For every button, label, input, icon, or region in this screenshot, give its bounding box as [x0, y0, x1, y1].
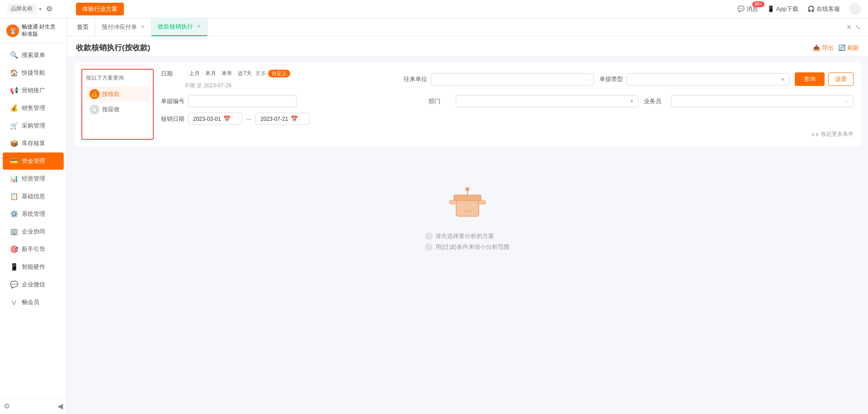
tab-close-prepay-offset[interactable]: ✕	[141, 24, 145, 30]
date-this-month[interactable]: 本月	[203, 69, 218, 78]
query-button[interactable]: 查询	[795, 72, 825, 86]
dept-select[interactable]: ▾	[456, 95, 638, 107]
doc-no-field: 单据编号	[161, 95, 423, 107]
sidebar-label-inventory: 库存核算	[22, 139, 45, 148]
top-bar-brand: 品牌名称	[7, 4, 36, 14]
partner-input[interactable]: ···	[431, 73, 594, 86]
sidebar-icon-quick-nav: 🏠	[10, 69, 18, 77]
sidebar-icon-funds: 💳	[10, 157, 18, 165]
user-avatar[interactable]	[849, 3, 861, 15]
sidebar-item-marketing[interactable]: 📢营销推广	[3, 82, 64, 99]
collapse-button[interactable]: ∧∧ 收起更多条件	[811, 130, 854, 138]
tab-home[interactable]: 首页	[71, 18, 95, 36]
sidebar-item-search-menu[interactable]: 🔍搜索菜单	[3, 47, 64, 64]
empty-state: 1 请先选择要分析的方案 2 用[过滤]条件来缩小分析范围	[67, 146, 868, 272]
verif-date-end-input[interactable]: 2023-07-21 📅	[255, 113, 310, 125]
receivable-option-label: 按应收	[102, 105, 120, 114]
sidebar-item-operations[interactable]: 📊经营管理	[3, 170, 64, 187]
sidebar-label-funds: 资金管理	[22, 157, 45, 165]
tab-receipt-offset[interactable]: 收款核销执行✕	[151, 18, 208, 36]
date-range-separator: —	[246, 115, 252, 122]
date-this-year[interactable]: 本年	[220, 69, 234, 78]
sidebar-item-funds[interactable]: 💳资金管理	[3, 152, 64, 170]
sidebar-icon-guide: 🎯	[10, 245, 18, 253]
tab-expand-icon[interactable]: ⤡	[855, 24, 861, 31]
message-btn[interactable]: 💬 消息 99+	[737, 5, 758, 13]
doc-type-label: 单据类型	[599, 75, 623, 83]
employee-field: 业务员 ···	[644, 95, 854, 107]
app-download-btn[interactable]: 📱 App下载	[767, 5, 798, 13]
svg-rect-0	[456, 198, 479, 216]
tab-prepay-offset[interactable]: 预付冲应付单✕	[95, 18, 151, 36]
doc-type-arrow: ▾	[781, 76, 784, 83]
sidebar-item-enterprise[interactable]: 🏢企业协同	[3, 223, 64, 240]
cal-end-icon[interactable]: 📅	[291, 115, 298, 122]
sidebar-icon-system: ⚙️	[10, 210, 18, 218]
sidebar-item-member[interactable]: V畅会员	[3, 294, 64, 311]
top-bar-logo-area: 品牌名称 ▾ ⚙	[7, 4, 71, 14]
date-last-month[interactable]: 上月	[187, 69, 202, 78]
empty-hint-1: 1 请先选择要分析的方案	[425, 232, 509, 240]
employee-input[interactable]: ···	[671, 95, 854, 107]
verif-date-end-val: 2023-07-21	[260, 116, 288, 122]
tab-label-receipt-offset: 收款核销执行	[158, 23, 193, 31]
sidebar-item-quick-nav[interactable]: 🏠快捷导航	[3, 64, 64, 81]
sidebar-icon-operations: 📊	[10, 175, 18, 183]
sidebar-icon-enterprise: 🏢	[10, 228, 18, 236]
sidebar-label-basic-info: 基础信息	[22, 192, 45, 200]
settings-button[interactable]: 设置	[828, 72, 854, 86]
sidebar-item-wechat[interactable]: 💬企业微信	[3, 276, 64, 293]
page-header: 收款核销执行(按收款) 📤 导出 🔄 刷新	[67, 36, 868, 57]
sidebar-item-sales[interactable]: 💰销售管理	[3, 100, 64, 117]
page-title: 收款核销执行(按收款)	[76, 43, 150, 53]
sidebar-icon-search-menu: 🔍	[10, 51, 18, 59]
logo-text: 畅捷通·好生意 标准版	[22, 24, 56, 38]
sidebar-label-member: 畅会员	[22, 298, 39, 306]
app-icon: 📱	[767, 5, 774, 12]
industry-btn[interactable]: 体验行业方案	[76, 3, 124, 15]
sidebar-settings-icon[interactable]: ⚙	[4, 402, 10, 410]
doc-type-select[interactable]: ▾	[627, 73, 789, 86]
export-button[interactable]: 📤 导出	[813, 44, 834, 52]
sidebar-label-wechat: 企业微信	[22, 281, 45, 289]
top-bar-gear-icon[interactable]: ⚙	[46, 5, 52, 13]
dept-arrow: ▾	[630, 98, 633, 105]
sidebar-item-system[interactable]: ⚙️系统管理	[3, 205, 64, 223]
sidebar-collapse-icon[interactable]: ◀	[57, 402, 63, 410]
message-icon: 💬	[737, 5, 745, 12]
sidebar-item-hardware[interactable]: 📱智能硬件	[3, 258, 64, 276]
cal-start-icon[interactable]: 📅	[223, 115, 231, 122]
sidebar-label-search-menu: 搜索菜单	[22, 51, 45, 59]
sidebar-icon-wechat: 💬	[10, 281, 18, 289]
date-custom-tag[interactable]: 自定义	[268, 70, 290, 77]
message-badge: 99+	[752, 1, 764, 7]
tab-close-receipt-offset[interactable]: ✕	[197, 24, 201, 29]
filter-option-by-receipt[interactable]: 💰 按收款	[86, 86, 149, 102]
tab-close-all-icon[interactable]: ✕	[846, 24, 852, 31]
verif-date-start-input[interactable]: 2023-03-01 📅	[188, 113, 242, 125]
top-bar: 品牌名称 ▾ ⚙ 体验行业方案 💬 消息 99+ 📱 App下载 🎧 在线客服	[0, 0, 868, 18]
filter-panel: 按以下方案查询 💰 按收款 🕐 按应收	[74, 62, 861, 146]
svg-rect-1	[454, 195, 481, 200]
date-more[interactable]: 更多	[255, 70, 266, 77]
doc-no-input[interactable]	[188, 95, 297, 107]
date-last-7days[interactable]: 近7天	[236, 69, 254, 78]
sidebar-item-purchase[interactable]: 🛒采购管理	[3, 117, 64, 134]
filter-row-3: 核销日期 2023-03-01 📅 — 2023-07-21 📅	[161, 113, 854, 125]
top-bar-dropdown-icon[interactable]: ▾	[39, 6, 42, 12]
refresh-button[interactable]: 🔄 刷新	[838, 44, 859, 52]
tab-bar-actions: ✕⤡	[846, 24, 864, 31]
receipt-option-label: 按收款	[102, 90, 120, 98]
sidebar-item-inventory[interactable]: 📦库存核算	[3, 135, 64, 152]
dept-field: 部门 ▾	[429, 95, 638, 107]
sidebar-icon-basic-info: 📋	[10, 192, 18, 200]
partner-field: 往来单位 ···	[404, 73, 594, 86]
filter-option-by-receivable[interactable]: 🕐 按应收	[86, 102, 149, 117]
doc-no-label: 单据编号	[161, 97, 184, 105]
sidebar-item-guide[interactable]: 🎯新手引导	[3, 241, 64, 258]
sidebar-item-basic-info[interactable]: 📋基础信息	[3, 188, 64, 205]
online-service-btn[interactable]: 🎧 在线客服	[807, 5, 840, 13]
page-header-actions: 📤 导出 🔄 刷新	[813, 44, 859, 52]
sidebar-label-marketing: 营销推广	[22, 86, 45, 95]
filter-fields: 日期 上月 本月 本年 近7天 更多 自定义	[161, 69, 854, 140]
